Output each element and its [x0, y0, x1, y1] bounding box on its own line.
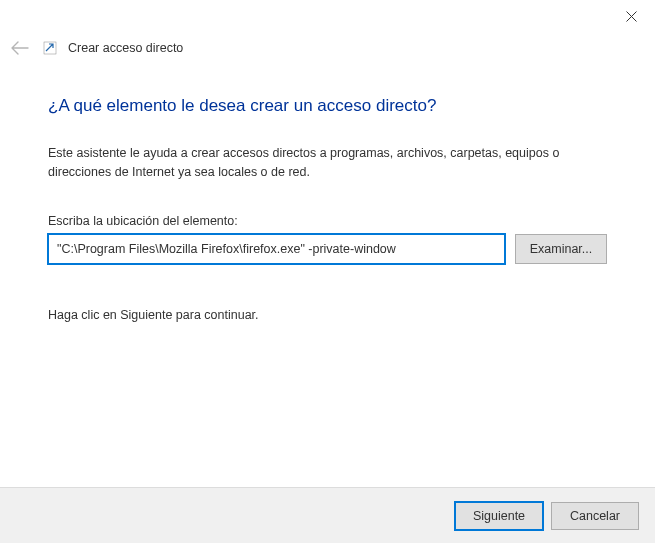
wizard-header: Crear acceso directo [0, 32, 655, 60]
wizard-question: ¿A qué elemento le desea crear un acceso… [48, 96, 607, 116]
close-button[interactable] [611, 2, 651, 30]
shortcut-icon [42, 40, 58, 56]
back-button[interactable] [8, 36, 32, 60]
next-button[interactable]: Siguiente [455, 502, 543, 530]
location-input[interactable] [48, 234, 505, 264]
wizard-title: Crear acceso directo [68, 41, 183, 55]
location-row: Examinar... [48, 234, 607, 264]
wizard-description: Este asistente le ayuda a crear accesos … [48, 144, 607, 182]
cancel-button[interactable]: Cancelar [551, 502, 639, 530]
location-label: Escriba la ubicación del elemento: [48, 214, 607, 228]
titlebar [0, 0, 655, 32]
close-icon [626, 11, 637, 22]
arrow-left-icon [11, 41, 29, 55]
wizard-footer: Siguiente Cancelar [0, 487, 655, 543]
wizard-content: ¿A qué elemento le desea crear un acceso… [0, 60, 655, 322]
wizard-instruction: Haga clic en Siguiente para continuar. [48, 308, 607, 322]
browse-button[interactable]: Examinar... [515, 234, 607, 264]
